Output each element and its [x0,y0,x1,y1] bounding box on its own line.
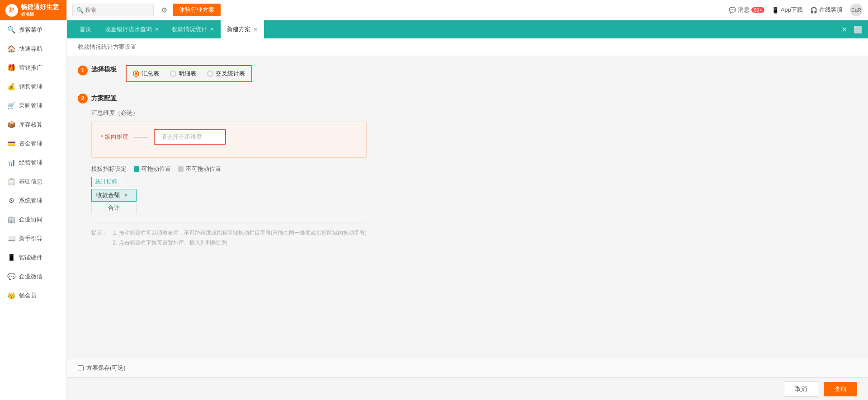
cancel-button[interactable]: 取消 [784,381,818,397]
stats-subtag-total: 合计 [91,202,137,214]
doc-icon: 📋 [7,178,15,186]
search-icon: 🔍 [7,26,15,34]
radio-cross[interactable]: 交叉统计表 [207,70,245,78]
card-icon: 💳 [7,140,15,148]
legend-fixed: 不可拖动位置 [178,165,221,173]
sidebar-item-operation[interactable]: 📊 经营管理 [0,153,66,172]
sidebar-item-weixin[interactable]: 💬 企业微信 [0,267,66,286]
page-body: 1 选择模板 汇总表 明细表 交叉统计表 [67,56,868,358]
headset-icon: 🎧 [810,7,817,14]
logo-text: 畅捷通好生意 标准版 [21,3,59,18]
search-icon: 🔍 [76,7,84,14]
crown-icon: 👑 [7,292,15,300]
draggable-dot [134,166,139,172]
topbar-right: 💬 消息 99+ 📱 App下载 🎧 在线客服 CaR [729,4,863,16]
tab-bank-flow[interactable]: 现金银行流水查询 ✕ [99,20,165,38]
tab-new-plan[interactable]: 新建方案 ✕ [221,20,264,38]
topbar: 🔍 ⚙ 体验行业方案 💬 消息 99+ 📱 App下载 🎧 在线客服 CaR [67,0,868,20]
chat-icon: 💬 [7,273,15,281]
sidebar-item-marketing[interactable]: 🎁 营销推广 [0,58,66,77]
sales-icon: 💰 [7,83,15,91]
stats-block: 统计指标 收款金额 ▼ 合计 [91,177,137,214]
action-bar: 取消 查询 [67,377,868,400]
step1-section: 1 选择模板 汇总表 明细表 交叉统计表 [78,65,857,82]
home-icon: 🏠 [7,45,15,53]
sidebar-logo: 好 畅捷通好生意 标准版 [0,0,66,20]
gear-icon: ⚙ [7,197,15,205]
gift-icon: 🎁 [7,64,15,72]
message-item[interactable]: 💬 消息 99+ [729,6,764,14]
search-box[interactable]: 🔍 [72,4,154,16]
message-badge: 99+ [751,7,764,13]
tabbar-controls: ✕ ⬜ [840,24,868,36]
sidebar-item-search-menu[interactable]: 🔍 搜索菜单 [0,20,66,39]
radio-detail[interactable]: 明细表 [170,70,196,78]
breadcrumb: 收款情况统计方案设置 [67,38,868,56]
indicators-header: 模板指标设定 可拖动位置 不可拖动位置 [91,165,367,173]
sidebar-item-guide[interactable]: 📖 新手引导 [0,229,66,248]
dimension-row: 纵向维度 —— 请选择分组维度 [101,129,357,145]
tab-close-collection[interactable]: ✕ [210,27,214,32]
content-area: 收款情况统计方案设置 1 选择模板 汇总表 明细表 [67,38,868,400]
phone-icon: 📱 [7,254,15,262]
search-input[interactable] [85,7,149,13]
book-icon: 📖 [7,235,15,243]
sidebar-item-member[interactable]: 👑 畅会员 [0,286,66,305]
save-plan-checkbox-label[interactable]: 方案保存(可选) [78,364,126,372]
stats-tag-collection[interactable]: 收款金额 ▼ [91,189,137,202]
save-plan-checkbox[interactable] [78,365,84,371]
cart-icon: 🛒 [7,102,15,110]
sidebar-item-system[interactable]: ⚙ 系统管理 [0,191,66,210]
tab-collection-stats[interactable]: 收款情况统计 ✕ [165,20,221,38]
maximize-icon[interactable]: ⬜ [852,24,864,36]
radio-circle-summary [133,71,139,77]
service-item[interactable]: 🎧 在线客服 [810,6,843,14]
sidebar-item-hardware[interactable]: 📱 智能硬件 [0,248,66,267]
arrow-icon: —— [134,133,148,141]
chevron-down-icon: ▼ [123,193,128,198]
message-icon: 💬 [729,7,736,14]
radio-circle-detail [170,71,176,77]
tip1: 提示： 1. 拖动标题栏可以调整布局，不可跨维度或指标区域拖动栏目字段(只能在同… [91,228,367,238]
settings-icon[interactable]: ⚙ [161,6,167,14]
sidebar-item-quick-nav[interactable]: 🏠 快速导航 [0,39,66,58]
dimension-title: 汇总维度（必选） [91,109,367,117]
radio-circle-cross [207,71,213,77]
tabbar: 首页 现金银行流水查询 ✕ 收款情况统计 ✕ 新建方案 ✕ ✕ ⬜ [67,20,868,38]
footer-section: 方案保存(可选) [67,358,868,377]
main-area: 🔍 ⚙ 体验行业方案 💬 消息 99+ 📱 App下载 🎧 在线客服 CaR [67,0,868,400]
step2-badge: 2 [78,94,88,104]
sidebar-item-inventory[interactable]: 📦 库存核算 [0,115,66,134]
vertical-label: 纵向维度 [101,133,128,141]
sidebar-item-sales[interactable]: 💰 销售管理 [0,77,66,96]
tab-close-bank-flow[interactable]: ✕ [155,27,159,32]
sidebar-item-purchase[interactable]: 🛒 采购管理 [0,96,66,115]
query-button[interactable]: 查询 [824,382,857,396]
download-icon: 📱 [772,7,779,14]
config-section: 汇总维度（必选） 纵向维度 —— 请选择分组维度 模板指标设定 [91,109,367,252]
box-icon: 📦 [7,121,15,129]
download-item[interactable]: 📱 App下载 [772,6,803,14]
step2-section: 2 方案配置 汇总维度（必选） 纵向维度 —— 请选择分组维度 [78,93,857,252]
avatar[interactable]: CaR [850,4,863,16]
legend-draggable: 可拖动位置 [134,165,171,173]
close-window-icon[interactable]: ✕ [840,24,849,36]
tips-area: 提示： 1. 拖动标题栏可以调整布局，不可跨维度或指标区域拖动栏目字段(只能在同… [91,223,367,252]
tab-home[interactable]: 首页 [72,20,99,38]
fixed-dot [178,166,184,172]
sidebar-item-enterprise[interactable]: 🏢 企业协同 [0,210,66,229]
tip2: 提示： 2. 点击标题栏下拉可设置排序、插入列和删除列 [91,238,367,248]
industry-btn[interactable]: 体验行业方案 [173,4,221,16]
sidebar-item-basic-info[interactable]: 📋 基础信息 [0,172,66,191]
sidebar: 好 畅捷通好生意 标准版 🔍 搜索菜单 🏠 快速导航 🎁 营销推广 💰 销售管理… [0,0,67,400]
dimension-selector[interactable]: 请选择分组维度 [154,129,226,145]
radio-summary[interactable]: 汇总表 [133,70,159,78]
dimension-area: 纵向维度 —— 请选择分组维度 [91,122,367,158]
tab-close-new-plan[interactable]: ✕ [253,27,258,32]
chart-icon: 📊 [7,159,15,167]
step2-title: 方案配置 [91,94,117,103]
stats-block-title: 统计指标 [91,177,121,187]
logo-icon: 好 [5,4,18,17]
building-icon: 🏢 [7,216,15,224]
sidebar-item-capital[interactable]: 💳 资金管理 [0,134,66,153]
